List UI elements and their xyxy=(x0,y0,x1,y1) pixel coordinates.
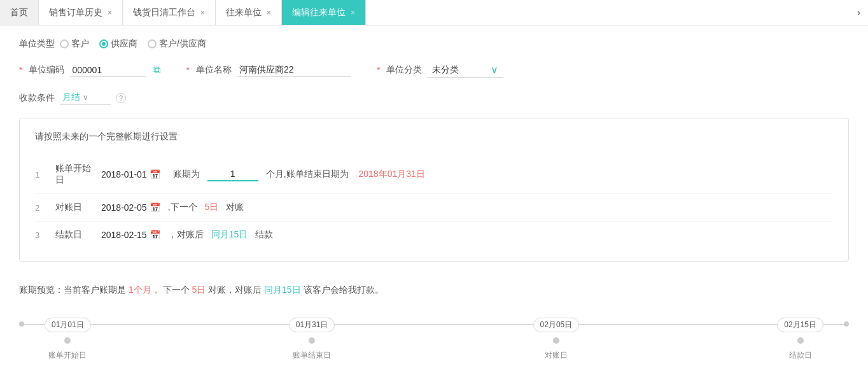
timeline-label-1: 01月01日 xyxy=(45,318,91,332)
reconcile-desc-suffix: 对账 xyxy=(226,202,244,213)
tab-close-cashflow[interactable]: × xyxy=(200,8,205,17)
tab-home[interactable]: 首页 xyxy=(0,0,39,25)
payment-date-calendar-icon[interactable]: 📅 xyxy=(150,230,160,240)
timeline: 01月01日 账单开始日 01月31日 账单结束日 02月05日 xyxy=(19,311,849,380)
period-end-date: 2018年01月31日 xyxy=(359,169,425,180)
unit-type-label: 单位类型 xyxy=(19,38,55,50)
start-date-field: 2018-01-01 📅 xyxy=(101,169,160,179)
preview-highlight1: 1个月， xyxy=(129,285,160,295)
period-value-input[interactable] xyxy=(207,167,258,181)
timeline-sublabel-4: 结款日 xyxy=(789,350,812,361)
start-date-value: 2018-01-01 xyxy=(101,169,147,179)
unit-name-label: 单位名称 xyxy=(196,64,232,76)
payment-desc-suffix: 结款 xyxy=(255,229,273,241)
reconcile-date-value: 2018-02-05 xyxy=(101,202,147,213)
period-row-1: 1 账单开始日 2018-01-01 📅 账期为 个月,账单结束日期为 2018… xyxy=(35,155,833,194)
category-dropdown-icon: ∨ xyxy=(491,64,498,76)
start-date-calendar-icon[interactable]: 📅 xyxy=(150,169,160,179)
row-num-2: 2 xyxy=(35,203,48,213)
payment-terms-value: 月结 xyxy=(62,92,80,103)
period-unit-text: 个月,账单结束日期为 xyxy=(266,169,349,180)
tab-bar: 首页 销售订单历史 × 钱货日清工作台 × 往来单位 × 编辑往来单位 × › xyxy=(0,0,868,25)
radio-circle-both xyxy=(148,39,157,48)
tab-close-edit-partner[interactable]: × xyxy=(351,8,355,17)
unit-code-input[interactable] xyxy=(69,64,146,77)
tab-partners[interactable]: 往来单位 × xyxy=(216,0,282,25)
tab-close-sales-order[interactable]: × xyxy=(108,8,112,17)
timeline-dot-3 xyxy=(553,337,559,344)
timeline-node-4: 02月15日 结款日 xyxy=(777,318,823,361)
reconcile-date-field: 2018-02-05 📅 xyxy=(101,202,160,213)
payment-date-value: 2018-02-15 xyxy=(101,230,147,240)
timeline-nodes: 01月01日 账单开始日 01月31日 账单结束日 02月05日 xyxy=(19,318,849,361)
period-label: 账期为 xyxy=(173,169,200,180)
timeline-node-1: 01月01日 账单开始日 xyxy=(45,318,91,361)
preview-highlight2: 5日 xyxy=(192,285,206,295)
tab-more-button[interactable]: › xyxy=(850,0,868,25)
tab-cashflow[interactable]: 钱货日清工作台 × xyxy=(123,0,216,25)
preview-middle2: 对账，对账后 xyxy=(208,285,262,295)
row-num-3: 3 xyxy=(35,230,48,240)
row-label-2: 对账日 xyxy=(55,202,94,213)
reconcile-desc-highlight: 5日 xyxy=(205,202,219,213)
period-row-2: 2 对账日 2018-02-05 📅 ,下一个 5日 对账 xyxy=(35,194,833,222)
tab-sales-order[interactable]: 销售订单历史 × xyxy=(39,0,123,25)
timeline-sublabel-3: 对账日 xyxy=(545,350,568,361)
radio-customer[interactable]: 客户 xyxy=(60,38,89,50)
timeline-dot-2 xyxy=(309,337,315,344)
radio-circle-supplier xyxy=(99,39,108,48)
timeline-sublabel-1: 账单开始日 xyxy=(48,350,87,361)
tab-close-partners[interactable]: × xyxy=(267,8,271,17)
period-row-3: 3 结款日 2018-02-15 📅 ，对账后 同月15日 结款 xyxy=(35,222,833,248)
payment-terms-group: 收款条件 月结 ∨ ? xyxy=(19,90,126,105)
row-label-1: 账单开始日 xyxy=(55,163,94,186)
unit-code-group: * 单位编码 ⧉ xyxy=(19,64,160,77)
main-content: 单位类型 客户 供应商 客户/供应商 * 单位编码 xyxy=(0,25,868,387)
row-label-3: 结款日 xyxy=(55,229,94,241)
reconcile-date-calendar-icon[interactable]: 📅 xyxy=(150,202,160,213)
period-settings-section: 请按照未来的一个完整帐期进行设置 1 账单开始日 2018-01-01 📅 账期… xyxy=(19,118,849,262)
radio-both[interactable]: 客户/供应商 xyxy=(148,38,206,50)
unit-type-group: 单位类型 客户 供应商 客户/供应商 xyxy=(19,38,206,50)
row-num-1: 1 xyxy=(35,170,48,179)
radio-supplier[interactable]: 供应商 xyxy=(99,38,137,50)
payment-date-field: 2018-02-15 📅 xyxy=(101,230,160,240)
preview-middle: 下一个 xyxy=(163,285,190,295)
timeline-node-3: 02月05日 对账日 xyxy=(533,318,580,361)
copy-icon[interactable]: ⧉ xyxy=(153,64,160,76)
timeline-sublabel-2: 账单结束日 xyxy=(293,350,331,361)
unit-type-row: 单位类型 客户 供应商 客户/供应商 xyxy=(19,38,849,50)
unit-category-label: 单位分类 xyxy=(386,64,422,76)
payment-terms-row: 收款条件 月结 ∨ ? xyxy=(19,90,849,105)
timeline-label-4: 02月15日 xyxy=(777,318,823,332)
payment-terms-label: 收款条件 xyxy=(19,92,55,104)
unit-code-label: 单位编码 xyxy=(29,64,64,76)
unit-category-value: 未分类 xyxy=(432,64,486,76)
payment-desc-highlight: 同月15日 xyxy=(211,229,248,241)
preview-suffix: 该客户会给我打款。 xyxy=(304,285,384,295)
payment-desc-prefix: ，对账后 xyxy=(168,229,204,241)
unit-name-input[interactable] xyxy=(237,64,351,77)
reconcile-desc-prefix: ,下一个 xyxy=(168,202,197,213)
preview-prefix: 账期预览：当前客户账期是 xyxy=(19,285,126,295)
unit-category-group: * 单位分类 未分类 ∨ xyxy=(377,62,503,78)
radio-circle-customer xyxy=(60,39,69,48)
timeline-label-2: 01月31日 xyxy=(289,318,335,332)
preview-text: 账期预览：当前客户账期是 1个月， 下一个 5日 对账，对账后 同月15日 该客… xyxy=(19,285,849,296)
tab-edit-partner[interactable]: 编辑往来单位 × xyxy=(282,0,366,25)
radio-group: 客户 供应商 客户/供应商 xyxy=(60,38,206,50)
preview-section: 账期预览：当前客户账期是 1个月， 下一个 5日 对账，对账后 同月15日 该客… xyxy=(19,274,849,380)
help-icon[interactable]: ? xyxy=(116,93,126,103)
section-title: 请按照未来的一个完整帐期进行设置 xyxy=(35,131,833,143)
timeline-dot-1 xyxy=(64,337,71,344)
unit-category-select[interactable]: 未分类 ∨ xyxy=(427,62,503,78)
code-name-category-row: * 单位编码 ⧉ * 单位名称 * 单位分类 未分类 ∨ xyxy=(19,62,849,78)
timeline-dot-4 xyxy=(797,337,804,344)
payment-terms-dropdown[interactable]: 月结 ∨ xyxy=(60,90,111,105)
preview-highlight3: 同月15日 xyxy=(264,285,301,295)
payment-terms-arrow-icon: ∨ xyxy=(83,93,88,102)
timeline-label-3: 02月05日 xyxy=(533,318,580,332)
timeline-node-2: 01月31日 账单结束日 xyxy=(289,318,335,361)
unit-name-group: * 单位名称 xyxy=(186,64,351,77)
